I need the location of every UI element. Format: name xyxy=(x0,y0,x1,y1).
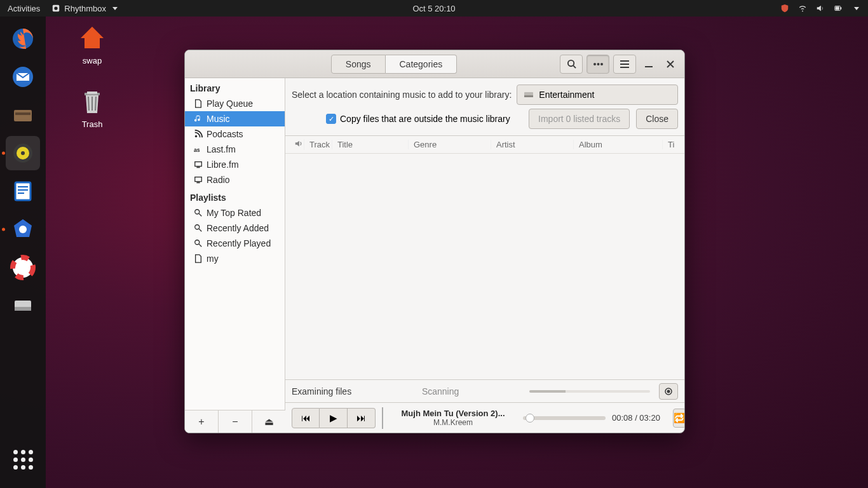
show-applications[interactable] xyxy=(6,442,40,477)
album-art xyxy=(382,407,383,429)
speaker-icon xyxy=(294,139,303,148)
sidebar-item-radio[interactable]: Radio xyxy=(185,172,285,187)
eject-button[interactable]: ⏏ xyxy=(252,410,285,433)
dock-writer[interactable] xyxy=(6,174,40,208)
sidebar-header-library: Library xyxy=(185,78,285,96)
svg-rect-29 xyxy=(620,64,629,65)
add-playlist-button[interactable]: + xyxy=(185,410,219,433)
top-bar: Activities Rhythmbox Oct 5 20:10 xyxy=(0,0,868,17)
copy-files-checkbox[interactable]: ✓ Copy files that are outside the music … xyxy=(326,114,510,124)
chevron-down-icon xyxy=(112,7,118,10)
column-title[interactable]: Title xyxy=(332,140,409,149)
svg-rect-36 xyxy=(195,177,202,182)
seek-slider[interactable] xyxy=(523,416,606,420)
hamburger-icon xyxy=(620,60,629,68)
sidebar-item-music[interactable]: Music xyxy=(185,111,285,126)
location-chooser[interactable]: Entertainment xyxy=(517,85,678,105)
sidebar-item-recently-added[interactable]: Recently Added xyxy=(185,220,285,236)
sidebar-item-librefm[interactable]: Libre.fm xyxy=(185,157,285,172)
time-display: 00:08 / 03:20 xyxy=(612,413,660,423)
seek-knob[interactable] xyxy=(526,414,534,423)
app-menu[interactable]: Rhythmbox xyxy=(51,4,118,13)
dock-rhythmbox[interactable] xyxy=(6,136,40,170)
svg-rect-4 xyxy=(836,6,839,10)
status-text: Examining files xyxy=(292,386,351,396)
repeat-button[interactable]: 🔁 xyxy=(673,409,685,428)
dock-files[interactable] xyxy=(6,98,40,132)
search-icon xyxy=(194,224,203,233)
svg-point-44 xyxy=(667,390,670,393)
sidebar-item-top-rated[interactable]: My Top Rated xyxy=(185,205,285,220)
dock-firefox[interactable] xyxy=(6,22,40,56)
sidebar-item-play-queue[interactable]: Play Queue xyxy=(185,96,285,111)
svg-rect-37 xyxy=(196,182,200,184)
column-genre[interactable]: Genre xyxy=(409,140,491,149)
svg-rect-3 xyxy=(841,7,842,10)
column-time[interactable]: Ti xyxy=(663,140,684,149)
search-icon xyxy=(194,208,203,217)
desktop-icon-trash[interactable]: Trash xyxy=(64,86,121,129)
next-button[interactable]: ⏭ xyxy=(348,408,376,428)
menu-button[interactable] xyxy=(613,55,636,74)
svg-rect-30 xyxy=(620,67,629,68)
sidebar-item-podcasts[interactable]: Podcasts xyxy=(185,126,285,142)
view-switcher: Songs Categories xyxy=(331,55,457,74)
track-artist: M.M.Kreem xyxy=(390,418,517,427)
player-bar: ⏮ ▶ ⏭ Mujh Mein Tu (Version 2)... M.M.Kr… xyxy=(285,402,684,433)
sidebar-item-recently-played[interactable]: Recently Played xyxy=(185,236,285,251)
dock-disk[interactable] xyxy=(6,288,40,323)
close-button[interactable] xyxy=(661,55,679,73)
play-button[interactable]: ▶ xyxy=(320,408,348,428)
remove-playlist-button[interactable]: − xyxy=(219,410,252,433)
ellipsis-icon xyxy=(593,63,603,65)
svg-rect-28 xyxy=(620,60,629,62)
volume-icon[interactable] xyxy=(816,4,825,13)
shield-icon[interactable] xyxy=(780,4,789,13)
svg-point-1 xyxy=(55,6,58,10)
main-pane: Select a location containing music to ad… xyxy=(285,78,684,433)
titlebar[interactable]: Songs Categories xyxy=(185,50,684,78)
lastfm-icon: as xyxy=(194,145,203,154)
svg-point-39 xyxy=(195,225,200,229)
clock[interactable]: Oct 5 20:10 xyxy=(412,4,455,13)
battery-icon[interactable] xyxy=(834,4,843,13)
drive-icon xyxy=(524,90,534,100)
tab-songs[interactable]: Songs xyxy=(331,55,386,74)
minimize-button[interactable] xyxy=(640,55,658,73)
prev-button[interactable]: ⏮ xyxy=(292,408,320,428)
document-icon xyxy=(194,254,203,263)
dock xyxy=(0,17,46,488)
svg-point-25 xyxy=(593,63,596,65)
svg-point-24 xyxy=(567,60,573,66)
svg-point-40 xyxy=(195,240,200,245)
more-button[interactable] xyxy=(587,55,609,74)
activities-button[interactable]: Activities xyxy=(8,4,40,13)
minimize-icon xyxy=(645,60,653,68)
rhythmbox-icon xyxy=(51,4,60,13)
svg-rect-7 xyxy=(14,110,32,121)
dock-help[interactable] xyxy=(6,250,40,285)
sidebar-item-lastfm[interactable]: asLast.fm xyxy=(185,142,285,157)
close-icon xyxy=(667,60,674,68)
search-icon xyxy=(567,59,576,69)
close-import-button[interactable]: Close xyxy=(636,109,678,129)
import-button[interactable]: Import 0 listed tracks xyxy=(529,109,630,129)
column-track[interactable]: Track xyxy=(304,140,332,149)
column-artist[interactable]: Artist xyxy=(491,140,574,149)
import-prompt: Select a location containing music to ad… xyxy=(292,90,512,100)
wifi-icon[interactable] xyxy=(798,4,807,13)
chevron-down-icon[interactable] xyxy=(854,7,859,10)
column-album[interactable]: Album xyxy=(574,140,663,149)
search-button[interactable] xyxy=(560,55,583,74)
svg-point-11 xyxy=(21,151,25,155)
svg-rect-35 xyxy=(196,167,200,168)
tab-categories[interactable]: Categories xyxy=(386,55,458,74)
stop-scan-button[interactable] xyxy=(659,383,678,400)
sidebar-item-my[interactable]: my xyxy=(185,251,285,266)
dock-settings[interactable] xyxy=(6,212,40,247)
desktop-icon-swap[interactable]: swap xyxy=(64,23,121,65)
column-playing[interactable] xyxy=(289,139,304,150)
dock-thunderbird[interactable] xyxy=(6,60,40,94)
rhythmbox-window: Songs Categories Library Play Queue Musi… xyxy=(184,50,685,433)
sidebar-header-playlists: Playlists xyxy=(185,187,285,205)
